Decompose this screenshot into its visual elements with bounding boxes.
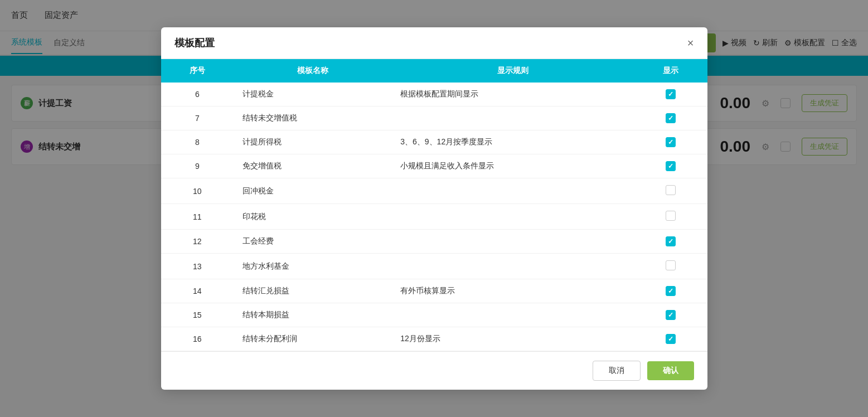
table-row: 6计提税金根据模板配置期间显示 — [161, 83, 707, 106]
table-row: 16结转未分配利润12月份显示 — [161, 327, 707, 351]
table-row: 8计提所得税3、6、9、12月按季度显示 — [161, 130, 707, 154]
modal-close-button[interactable]: × — [687, 37, 694, 49]
table-body: 6计提税金根据模板配置期间显示7结转未交增值税8计提所得税3、6、9、12月按季… — [161, 83, 707, 351]
template-config-modal: 模板配置 × 序号 模板名称 显示规则 显示 6计提税金根据模板配置期间显示7结… — [161, 27, 707, 390]
table-row: 10回冲税金 — [161, 178, 707, 204]
cancel-button[interactable]: 取消 — [593, 361, 641, 381]
row-checkbox[interactable] — [666, 211, 676, 221]
row-rule — [391, 204, 634, 230]
row-rule — [391, 254, 634, 279]
row-checkbox[interactable] — [666, 310, 676, 320]
row-check-cell — [634, 106, 707, 130]
row-rule: 根据模板配置期间显示 — [391, 83, 634, 106]
table-row: 11印花税 — [161, 204, 707, 230]
col-header-rule: 显示规则 — [391, 59, 634, 83]
row-check-cell — [634, 154, 707, 178]
row-id: 8 — [161, 130, 234, 154]
row-checkbox[interactable] — [666, 161, 676, 171]
confirm-button[interactable]: 确认 — [647, 361, 694, 380]
row-check-cell — [634, 204, 707, 230]
row-check-cell — [634, 230, 707, 254]
row-checkbox[interactable] — [666, 137, 676, 147]
table-row: 7结转未交增值税 — [161, 106, 707, 130]
col-header-display: 显示 — [634, 59, 707, 83]
row-id: 6 — [161, 83, 234, 106]
row-checkbox[interactable] — [666, 113, 676, 123]
row-checkbox[interactable] — [666, 89, 676, 99]
row-checkbox[interactable] — [666, 185, 676, 195]
row-name: 计提税金 — [234, 83, 391, 106]
row-checkbox[interactable] — [666, 236, 676, 246]
row-name: 回冲税金 — [234, 178, 391, 204]
row-name: 印花税 — [234, 204, 391, 230]
row-check-cell — [634, 83, 707, 106]
modal-title: 模板配置 — [174, 36, 215, 50]
row-rule — [391, 106, 634, 130]
row-id: 15 — [161, 303, 234, 327]
table-row: 9免交增值税小规模且满足收入条件显示 — [161, 154, 707, 178]
row-id: 11 — [161, 204, 234, 230]
table-row: 14结转汇兑损益有外币核算显示 — [161, 279, 707, 303]
row-id: 16 — [161, 327, 234, 351]
row-name: 结转未分配利润 — [234, 327, 391, 351]
row-checkbox[interactable] — [666, 260, 676, 270]
row-name: 结转本期损益 — [234, 303, 391, 327]
row-rule: 3、6、9、12月按季度显示 — [391, 130, 634, 154]
row-check-cell — [634, 254, 707, 279]
row-id: 12 — [161, 230, 234, 254]
row-id: 10 — [161, 178, 234, 204]
row-rule — [391, 178, 634, 204]
col-header-id: 序号 — [161, 59, 234, 83]
row-rule: 12月份显示 — [391, 327, 634, 351]
row-id: 7 — [161, 106, 234, 130]
table-row: 12工会经费 — [161, 230, 707, 254]
row-checkbox[interactable] — [666, 286, 676, 296]
row-name: 结转未交增值税 — [234, 106, 391, 130]
modal-header: 模板配置 × — [161, 27, 707, 59]
row-name: 结转汇兑损益 — [234, 279, 391, 303]
row-check-cell — [634, 327, 707, 351]
modal-body: 序号 模板名称 显示规则 显示 6计提税金根据模板配置期间显示7结转未交增值税8… — [161, 59, 707, 351]
row-id: 13 — [161, 254, 234, 279]
col-header-name: 模板名称 — [234, 59, 391, 83]
row-check-cell — [634, 130, 707, 154]
table-row: 13地方水利基金 — [161, 254, 707, 279]
table-row: 15结转本期损益 — [161, 303, 707, 327]
modal-footer: 取消 确认 — [161, 351, 707, 390]
row-check-cell — [634, 303, 707, 327]
row-name: 计提所得税 — [234, 130, 391, 154]
row-name: 免交增值税 — [234, 154, 391, 178]
modal-overlay: 模板配置 × 序号 模板名称 显示规则 显示 6计提税金根据模板配置期间显示7结… — [0, 0, 868, 417]
row-id: 14 — [161, 279, 234, 303]
row-id: 9 — [161, 154, 234, 178]
config-table: 序号 模板名称 显示规则 显示 6计提税金根据模板配置期间显示7结转未交增值税8… — [161, 59, 707, 351]
row-rule: 小规模且满足收入条件显示 — [391, 154, 634, 178]
row-checkbox[interactable] — [666, 334, 676, 344]
row-rule — [391, 230, 634, 254]
row-name: 地方水利基金 — [234, 254, 391, 279]
table-header: 序号 模板名称 显示规则 显示 — [161, 59, 707, 83]
row-rule — [391, 303, 634, 327]
row-check-cell — [634, 279, 707, 303]
row-check-cell — [634, 178, 707, 204]
row-rule: 有外币核算显示 — [391, 279, 634, 303]
row-name: 工会经费 — [234, 230, 391, 254]
